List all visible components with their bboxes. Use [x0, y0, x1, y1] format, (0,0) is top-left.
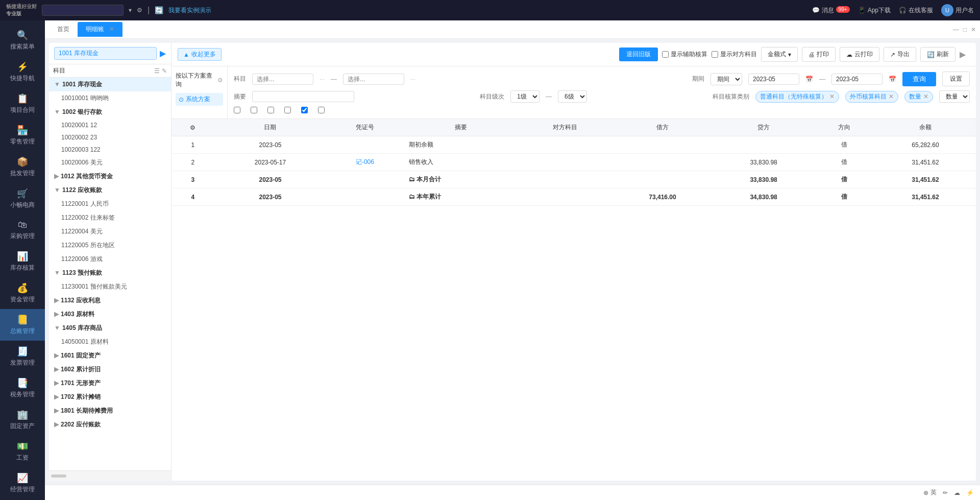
export-button[interactable]: ↗ 导出	[884, 47, 916, 62]
show-contra-checkbox[interactable]: 显示对方科目	[712, 50, 757, 59]
message-button[interactable]: 💬 消息 99+	[812, 6, 850, 15]
online-service-button[interactable]: 🎧 在线客服	[899, 6, 933, 15]
account-item-14050001[interactable]: 14050001 原材料	[49, 335, 171, 349]
tree-toggle-1001[interactable]: ▼	[54, 81, 60, 88]
account-item-2202[interactable]: ▶2202 应付账款	[49, 418, 171, 432]
sidebar-item-tax[interactable]: 📑 税务管理	[0, 372, 45, 404]
account-item-10020002[interactable]: 10020002 23	[49, 131, 171, 144]
tree-toggle-2202[interactable]: ▶	[54, 421, 59, 428]
account-item-1405[interactable]: ▼1405 库存商品	[49, 321, 171, 335]
sidebar-item-search[interactable]: 🔍 搜索菜单	[0, 25, 45, 56]
account-item-1123[interactable]: ▼1123 预付账款	[49, 266, 171, 280]
sidebar-item-retail[interactable]: 🏪 零售管理	[0, 120, 45, 151]
tree-toggle-1701[interactable]: ▶	[54, 379, 59, 387]
sidebar-item-wholesale[interactable]: 📦 批发管理	[0, 151, 45, 183]
account-item-1001[interactable]: ▼1001 库存现金	[49, 78, 171, 91]
tab-detail[interactable]: 明细账 ✕	[78, 22, 122, 37]
tag-foreign-subject[interactable]: 外币核算科目 ✕	[845, 91, 898, 103]
tabbar-minimize-icon[interactable]: —	[953, 26, 959, 33]
account-item-10010001[interactable]: 10010001 哟哟哟	[49, 91, 171, 105]
quantity-dropdown[interactable]: 数量	[939, 90, 970, 103]
tree-toggle-1602[interactable]: ▶	[54, 366, 59, 373]
sidebar-item-invoice[interactable]: 🧾 发票管理	[0, 341, 45, 372]
search-dropdown-icon[interactable]: ▾	[129, 7, 132, 14]
search-input[interactable]	[42, 5, 124, 16]
tree-toggle-1702[interactable]: ▶	[54, 393, 59, 400]
collapse-button[interactable]: ▲ 收起更多	[178, 48, 222, 61]
tag-normal-close[interactable]: ✕	[829, 93, 835, 100]
setting-button[interactable]: 设置	[942, 72, 970, 86]
account-list-view-icon[interactable]: ☰	[154, 67, 160, 75]
row2-voucher[interactable]: 记-006	[326, 154, 403, 171]
query-button[interactable]: 查询	[902, 72, 936, 86]
period-from-input[interactable]	[748, 74, 799, 85]
account-item-1132[interactable]: ▶1132 应收利息	[49, 294, 171, 307]
subject-to-input[interactable]	[343, 74, 404, 85]
statusbar-flash-btn[interactable]: ⚡	[966, 489, 974, 496]
app-download-button[interactable]: 📱 App下载	[858, 6, 891, 15]
system-scheme-item[interactable]: ⊙ 系统方案	[176, 93, 223, 106]
show-aux-checkbox[interactable]: 显示辅助核算	[662, 50, 707, 59]
amount-format-button[interactable]: 金额式 ▾	[761, 47, 798, 62]
checkbox-balance-one-col[interactable]	[301, 107, 310, 113]
account-item-1122[interactable]: ▼1122 应收账款	[49, 183, 171, 197]
sidebar-item-payroll[interactable]: 💵 工资	[0, 436, 45, 467]
tree-toggle-1405[interactable]: ▼	[54, 324, 60, 331]
sidebar-item-assets[interactable]: 🏢 固定资产	[0, 404, 45, 436]
demo-link[interactable]: 我要看实例演示	[168, 6, 211, 15]
right-expand-icon[interactable]: ▶	[960, 50, 970, 59]
account-item-1702[interactable]: ▶1702 累计摊销	[49, 390, 171, 404]
cloud-print-button[interactable]: ☁ 云打印	[840, 47, 879, 62]
account-item-11220001[interactable]: 11220001 人民币	[49, 197, 171, 211]
sidebar-item-purchase[interactable]: 🛍 采购管理	[0, 215, 45, 246]
tree-toggle-1801[interactable]: ▶	[54, 407, 59, 414]
summary-input[interactable]	[252, 91, 354, 102]
tag-foreign-close[interactable]: ✕	[889, 93, 894, 100]
account-item-1801[interactable]: ▶1801 长期待摊费用	[49, 404, 171, 418]
account-item-10020003[interactable]: 10020003 122	[49, 144, 171, 156]
selected-account-display[interactable]: 1001 库存现金	[54, 47, 157, 60]
account-item-11220006[interactable]: 11220006 游戏	[49, 252, 171, 266]
sidebar-item-ecommerce[interactable]: 🛒 小畅电商	[0, 183, 45, 215]
tree-toggle-1123[interactable]: ▼	[54, 269, 60, 276]
account-item-1403[interactable]: ▶1403 原材料	[49, 307, 171, 321]
subject-level-to-select[interactable]: 6级	[558, 90, 587, 103]
checkbox-contra-subject[interactable]	[284, 107, 293, 113]
refresh-button[interactable]: 🔄 刷新	[920, 47, 955, 62]
col-settings[interactable]: ⚙	[172, 119, 214, 136]
tag-quantity-close[interactable]: ✕	[923, 93, 928, 100]
sidebar-item-inventory[interactable]: 📊 库存核算	[0, 246, 45, 277]
tag-normal-subject[interactable]: 普通科目（无特殊核算） ✕	[755, 91, 839, 103]
sidebar-item-project[interactable]: 📋 项目合同	[0, 88, 45, 120]
tree-toggle-1132[interactable]: ▶	[54, 297, 59, 304]
statusbar-edit-btn[interactable]: ✏	[943, 489, 948, 496]
account-item-11220004[interactable]: 11220004 美元	[49, 225, 171, 239]
tree-toggle-1122[interactable]: ▼	[54, 186, 60, 194]
sidebar-item-quick-nav[interactable]: ⚡ 快捷导航	[0, 56, 45, 88]
period-calendar-icon[interactable]: 📅	[805, 76, 813, 83]
checkbox-opening-year[interactable]	[318, 107, 327, 113]
tree-toggle-1012[interactable]: ▶	[54, 173, 59, 180]
subject-from-input[interactable]	[252, 74, 313, 85]
account-item-10020006[interactable]: 10020006 美元	[49, 156, 171, 170]
sidebar-item-finance[interactable]: 💰 资金管理	[0, 277, 45, 309]
voucher-link[interactable]: 记-006	[356, 158, 374, 165]
account-list-refresh-icon[interactable]: ✎	[162, 67, 167, 75]
tabbar-close-icon[interactable]: ✕	[971, 26, 976, 33]
period-type-select[interactable]: 期间	[710, 73, 742, 85]
period-to-input[interactable]	[831, 74, 883, 85]
user-avatar[interactable]: U 用户名	[941, 4, 974, 16]
statusbar-lang-btn[interactable]: ⊕ 英	[923, 488, 937, 497]
account-item-11220002[interactable]: 11220002 往来标签	[49, 211, 171, 225]
account-item-1002[interactable]: ▼1002 银行存款	[49, 105, 171, 119]
print-button[interactable]: 🖨 打印	[802, 47, 836, 62]
tag-quantity[interactable]: 数量 ✕	[904, 91, 933, 103]
subject-level-from-select[interactable]: 1级	[510, 90, 540, 103]
account-nav-arrow[interactable]: ▶	[160, 49, 166, 58]
account-item-1701[interactable]: ▶1701 无形资产	[49, 376, 171, 390]
tab-home[interactable]: 首页	[49, 22, 78, 37]
checkbox-no-amount[interactable]	[267, 107, 276, 113]
account-item-11220005[interactable]: 11220005 所在地区	[49, 239, 171, 252]
filter-settings-icon[interactable]: ⚙	[217, 77, 223, 84]
statusbar-cloud-btn[interactable]: ☁	[954, 489, 960, 496]
